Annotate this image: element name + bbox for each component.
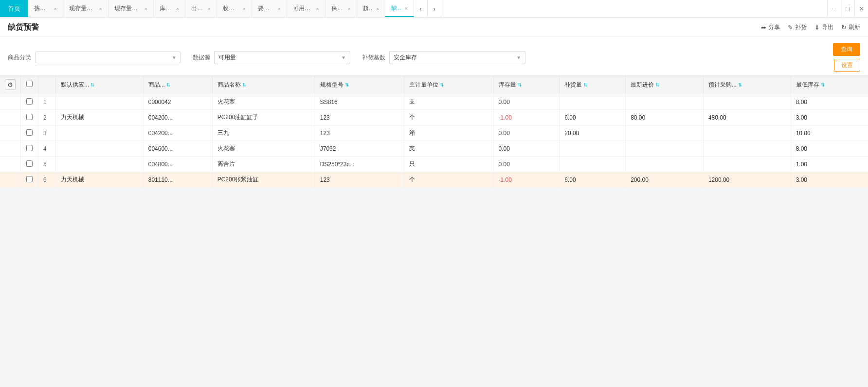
sort-product-code[interactable]: 商品... ⇅ bbox=[148, 81, 207, 89]
replenish-arrow-icon: ▼ bbox=[516, 55, 521, 60]
tab-item-requisition-stat[interactable]: 要货单统计表× bbox=[252, 0, 287, 17]
td-product-code-1: 004200... bbox=[143, 110, 212, 125]
share-icon: ➦ bbox=[761, 24, 766, 31]
export-btn[interactable]: ⇓ 导出 bbox=[814, 23, 833, 32]
tab-close-inout-flow[interactable]: × bbox=[208, 6, 211, 12]
sort-stock-qty[interactable]: 库存量 ⇅ bbox=[499, 81, 555, 89]
sort-unit[interactable]: 主计量单位 ⇅ bbox=[409, 81, 488, 89]
tab-prev-btn[interactable]: ‹ bbox=[414, 0, 428, 17]
header-actions: ➦ 分享 ✎ 补货 ⇓ 导出 ↻ 刷新 bbox=[761, 23, 860, 32]
td-checkbox-5[interactable] bbox=[21, 172, 38, 188]
select-all-checkbox[interactable] bbox=[26, 81, 33, 87]
refresh-btn[interactable]: ↻ 刷新 bbox=[841, 23, 860, 32]
query-button[interactable]: 查询 bbox=[833, 43, 860, 56]
category-value bbox=[39, 54, 41, 61]
th-stock-qty[interactable]: 库存量 ⇅ bbox=[493, 75, 560, 94]
minimize-btn[interactable]: − bbox=[827, 0, 841, 17]
th-restock-qty[interactable]: 补货量 ⇅ bbox=[560, 75, 626, 94]
th-product-code[interactable]: 商品... ⇅ bbox=[143, 75, 212, 94]
tab-label-overstock-warning: 超储预警 bbox=[363, 4, 373, 13]
tab-close-shortage-warning[interactable]: × bbox=[405, 5, 408, 11]
th-spec[interactable]: 规格型号 ⇅ bbox=[315, 75, 404, 94]
tab-close-batch-account[interactable]: × bbox=[176, 6, 179, 12]
main-table: ⚙ 默认供应... ⇅ 商品... bbox=[0, 75, 868, 188]
tab-item-shortage-warning[interactable]: 缺货预警× bbox=[385, 0, 414, 17]
tab-label-abnormal: 拣货异常处理 bbox=[34, 4, 51, 13]
row-checkbox-4[interactable] bbox=[26, 160, 33, 167]
tab-item-abnormal[interactable]: 拣货异常处理× bbox=[28, 0, 63, 17]
td-checkbox-0[interactable] bbox=[21, 94, 38, 110]
tab-home[interactable]: 首页 bbox=[0, 0, 28, 17]
td-min-stock-5: 3.00 bbox=[791, 172, 868, 188]
close-btn-window[interactable]: × bbox=[854, 0, 868, 17]
th-checkbox[interactable] bbox=[21, 75, 38, 94]
td-min-stock-1: 3.00 bbox=[791, 110, 868, 125]
td-checkbox-1[interactable] bbox=[21, 110, 38, 125]
tab-label-batch-account: 库存批次账 bbox=[160, 4, 173, 13]
row-checkbox-1[interactable] bbox=[26, 114, 33, 120]
tab-close-inventory-status[interactable]: × bbox=[99, 6, 102, 12]
tab-close-abnormal[interactable]: × bbox=[54, 6, 56, 12]
td-checkbox-2[interactable] bbox=[21, 125, 38, 141]
td-stock-qty-0: 0.00 bbox=[493, 94, 560, 110]
tab-close-expiry-query[interactable]: × bbox=[347, 6, 350, 12]
sort-restock-qty[interactable]: 补货量 ⇅ bbox=[564, 81, 620, 89]
category-select[interactable]: ▼ bbox=[35, 52, 181, 63]
replenish-select[interactable]: 安全库存 ▼ bbox=[389, 51, 525, 64]
filter-bar: 商品分类 ▼ 数据源 可用量 ▼ 补货基数 安全库存 ▼ 查询 设置 bbox=[0, 37, 868, 75]
td-spec-2: 123 bbox=[315, 125, 404, 141]
td-latest-price-3 bbox=[626, 141, 704, 157]
tab-item-overstock-warning[interactable]: 超储预警× bbox=[357, 0, 386, 17]
tab-item-inout-flow[interactable]: 出入库流水× bbox=[185, 0, 217, 17]
tab-item-inventory-dist[interactable]: 现存量（库存分布表）× bbox=[108, 0, 154, 17]
tab-close-inventory-dist[interactable]: × bbox=[144, 6, 147, 12]
tab-close-collect-summary[interactable]: × bbox=[243, 6, 246, 12]
th-latest-price[interactable]: 最新进价 ⇅ bbox=[626, 75, 704, 94]
datasource-value: 可用量 bbox=[218, 53, 236, 62]
table-container: ⚙ 默认供应... ⇅ 商品... bbox=[0, 75, 868, 188]
sort-stock-qty-icon: ⇅ bbox=[518, 82, 522, 88]
td-checkbox-4[interactable] bbox=[21, 157, 38, 172]
column-settings-icon[interactable]: ⚙ bbox=[5, 79, 16, 90]
td-index-0: 1 bbox=[38, 94, 56, 110]
tab-close-overstock-warning[interactable]: × bbox=[376, 6, 379, 12]
td-restock-qty-1: 6.00 bbox=[560, 110, 626, 125]
th-est-purchase[interactable]: 预计采购... ⇅ bbox=[703, 75, 791, 94]
td-checkbox-3[interactable] bbox=[21, 141, 38, 157]
sort-product-name[interactable]: 商品名称 ⇅ bbox=[217, 81, 310, 89]
sort-min-stock[interactable]: 最低库存 ⇅ bbox=[796, 81, 863, 89]
sort-supplier[interactable]: 默认供应... ⇅ bbox=[61, 81, 138, 89]
td-settings-0 bbox=[0, 94, 21, 110]
sort-latest-price[interactable]: 最新进价 ⇅ bbox=[631, 81, 698, 89]
sort-spec[interactable]: 规格型号 ⇅ bbox=[320, 81, 399, 89]
tab-item-inventory-status[interactable]: 现存量（库存状况表）× bbox=[63, 0, 108, 17]
home-label: 首页 bbox=[8, 4, 20, 13]
replenish-value: 安全库存 bbox=[394, 53, 417, 62]
row-checkbox-3[interactable] bbox=[26, 145, 33, 151]
th-supplier[interactable]: 默认供应... ⇅ bbox=[56, 75, 144, 94]
restock-btn[interactable]: ✎ 补货 bbox=[788, 23, 807, 32]
td-est-purchase-1: 480.00 bbox=[703, 110, 791, 125]
tab-next-btn[interactable]: › bbox=[428, 0, 441, 17]
th-settings[interactable]: ⚙ bbox=[0, 75, 21, 94]
settings-button[interactable]: 设置 bbox=[834, 59, 860, 72]
th-min-stock[interactable]: 最低库存 ⇅ bbox=[791, 75, 868, 94]
tab-item-collect-summary[interactable]: 收发存汇总表× bbox=[217, 0, 252, 17]
tab-item-expiry-query[interactable]: 保质期查询× bbox=[326, 0, 357, 17]
datasource-select[interactable]: 可用量 ▼ bbox=[214, 51, 350, 64]
row-checkbox-5[interactable] bbox=[26, 176, 33, 182]
maximize-btn[interactable]: □ bbox=[841, 0, 854, 17]
row-checkbox-2[interactable] bbox=[26, 129, 33, 136]
refresh-icon: ↻ bbox=[841, 24, 847, 31]
th-product-name[interactable]: 商品名称 ⇅ bbox=[212, 75, 315, 94]
tab-item-batch-account[interactable]: 库存批次账× bbox=[154, 0, 185, 17]
tab-close-available-ledger[interactable]: × bbox=[316, 6, 319, 12]
tab-close-requisition-stat[interactable]: × bbox=[278, 6, 281, 12]
tab-item-available-ledger[interactable]: 可用量库存账本× bbox=[287, 0, 326, 17]
sort-est-purchase[interactable]: 预计采购... ⇅ bbox=[708, 81, 786, 89]
share-btn[interactable]: ➦ 分享 bbox=[761, 23, 780, 32]
row-checkbox-0[interactable] bbox=[26, 98, 33, 105]
th-unit[interactable]: 主计量单位 ⇅ bbox=[404, 75, 493, 94]
td-spec-1: 123 bbox=[315, 110, 404, 125]
td-stock-qty-2: 0.00 bbox=[493, 125, 560, 141]
